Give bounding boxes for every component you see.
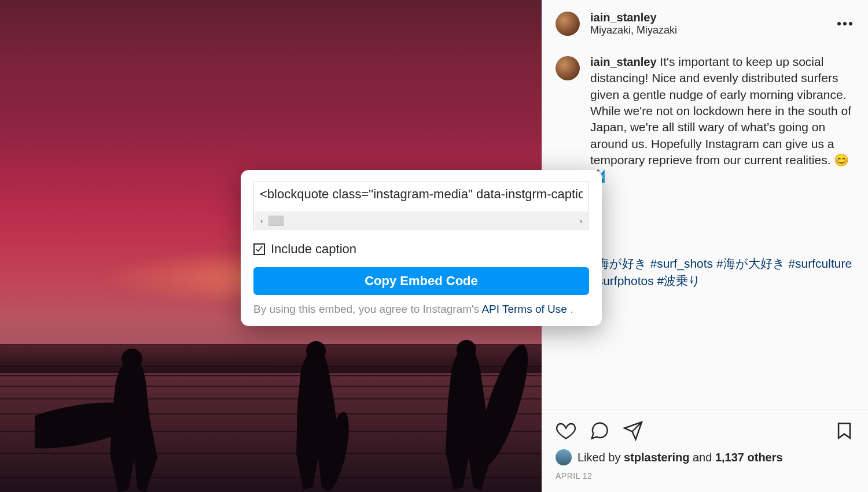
more-options-button[interactable]: [836, 14, 854, 33]
surfer-center: [249, 336, 365, 492]
save-button[interactable]: [834, 421, 854, 443]
author-username[interactable]: iain_stanley: [590, 10, 836, 24]
dash-line: -: [590, 221, 854, 237]
svg-point-7: [843, 22, 847, 25]
svg-point-2: [306, 341, 326, 361]
liked-by-prefix: Liked by: [578, 451, 624, 464]
liked-by-user[interactable]: stplastering: [624, 451, 689, 464]
liked-by-and: and: [689, 451, 715, 464]
liked-by-count[interactable]: 1,137 others: [715, 451, 783, 464]
liker-avatar: [556, 449, 572, 465]
dash-line: -: [590, 188, 854, 205]
copy-embed-button[interactable]: Copy Embed Code: [253, 267, 589, 295]
api-terms-link[interactable]: API Terms of Use: [481, 303, 567, 315]
author-avatar[interactable]: [556, 12, 580, 36]
like-button[interactable]: [556, 420, 576, 443]
heart-icon: [556, 420, 576, 441]
embed-scrollbar[interactable]: ‹ ›: [255, 212, 588, 229]
scroll-thumb[interactable]: [269, 216, 284, 226]
scroll-right-arrow[interactable]: ›: [574, 216, 588, 225]
dash-line: -: [590, 238, 854, 254]
terms-suffix: .: [567, 303, 573, 315]
svg-point-5: [457, 340, 476, 360]
send-icon: [623, 420, 643, 441]
scroll-track[interactable]: [269, 212, 574, 229]
post-caption: iain_stanley It's important to keep up s…: [590, 54, 854, 185]
surfer-right: [417, 330, 542, 492]
svg-point-1: [122, 349, 142, 369]
embed-modal: <blockquote class="instagram-media" data…: [241, 170, 602, 326]
scroll-left-arrow[interactable]: ‹: [255, 216, 269, 225]
post-location[interactable]: Miyazaki, Miyazaki: [590, 24, 836, 36]
caption-body: It's important to keep up social distanc…: [590, 55, 851, 183]
more-icon: [837, 21, 853, 26]
include-caption-checkbox[interactable]: [253, 243, 265, 255]
caption-dashes: - - - -: [590, 188, 854, 254]
post-actions: Liked by stplastering and 1,137 others A…: [542, 409, 868, 492]
surfer-left: [35, 336, 185, 492]
embed-terms: By using this embed, you agree to Instag…: [253, 303, 589, 316]
bookmark-icon: [834, 421, 854, 441]
comment-icon: [589, 420, 610, 441]
check-icon: [255, 245, 263, 253]
svg-point-8: [849, 22, 852, 25]
embed-code-text: <blockquote class="instagram-media" data…: [260, 187, 583, 210]
comment-button[interactable]: [589, 420, 610, 443]
likes-row[interactable]: Liked by stplastering and 1,137 others: [553, 448, 856, 469]
svg-point-6: [837, 22, 841, 25]
include-caption-label: Include caption: [271, 242, 356, 257]
embed-code-box[interactable]: <blockquote class="instagram-media" data…: [253, 182, 589, 230]
post-header: iain_stanley Miyazaki, Miyazaki: [542, 0, 868, 36]
caption-username[interactable]: iain_stanley: [590, 56, 657, 68]
terms-prefix: By using this embed, you agree to Instag…: [253, 303, 481, 315]
share-button[interactable]: [623, 420, 643, 443]
post-date[interactable]: APRIL 12: [553, 469, 856, 492]
post-hashtags[interactable]: #海が好き #surf_shots #海が大好き #surfculture #s…: [590, 255, 854, 289]
dash-line: -: [590, 205, 854, 221]
caption-avatar[interactable]: [556, 56, 580, 80]
